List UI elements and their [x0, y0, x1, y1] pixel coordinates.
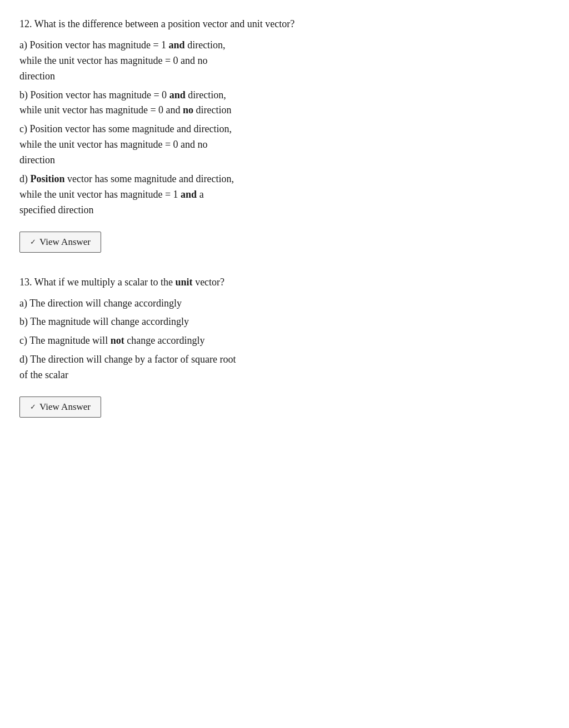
question-12-option-a: a) Position vector has magnitude = 1 and… — [19, 38, 550, 84]
view-answer-button-12[interactable]: ✓ View Answer — [19, 232, 101, 253]
question-12-option-c: c) Position vector has some magnitude an… — [19, 122, 550, 168]
question-13-text: 13. What if we multiply a scalar to the … — [19, 275, 550, 290]
view-answer-label-12: View Answer — [39, 237, 91, 248]
question-12-option-b: b) Position vector has magnitude = 0 and… — [19, 88, 550, 119]
view-answer-button-13[interactable]: ✓ View Answer — [19, 396, 101, 418]
question-12-text: 12. What is the difference between a pos… — [19, 17, 550, 32]
question-13-option-b: b) The magnitude will change accordingly — [19, 314, 550, 330]
question-13-option-c: c) The magnitude will not change accordi… — [19, 333, 550, 349]
question-12: 12. What is the difference between a pos… — [19, 17, 550, 253]
question-13-option-d: d) The direction will change by a factor… — [19, 352, 550, 383]
chevron-icon-12: ✓ — [30, 238, 36, 247]
view-answer-label-13: View Answer — [39, 401, 91, 413]
question-13: 13. What if we multiply a scalar to the … — [19, 275, 550, 418]
chevron-icon-13: ✓ — [30, 403, 36, 411]
question-12-option-d: d) Position vector has some magnitude an… — [19, 172, 550, 218]
question-12-number: 12. What is the difference between a pos… — [19, 18, 295, 29]
question-13-option-a: a) The direction will change accordingly — [19, 296, 550, 312]
